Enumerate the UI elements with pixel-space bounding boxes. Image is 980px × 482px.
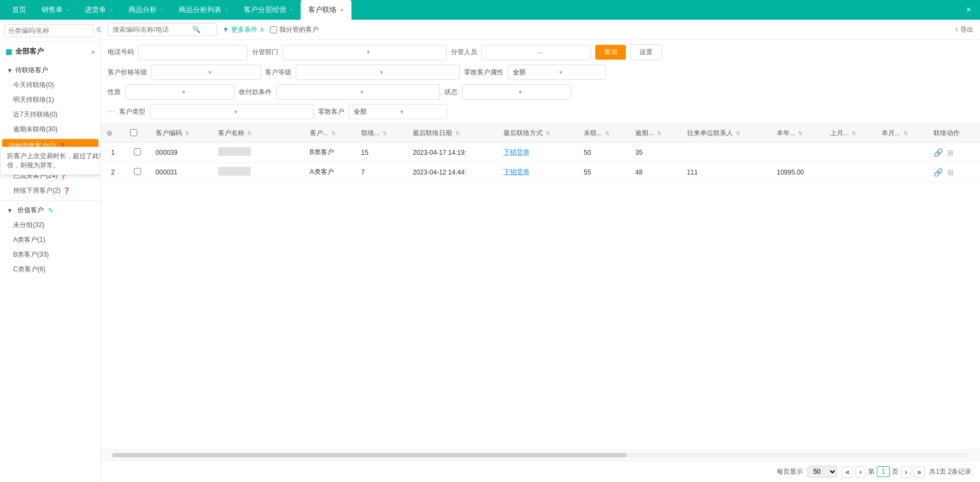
nav-sales-label: 销售单 <box>42 0 63 20</box>
col-last-date[interactable]: 最后联络日期 ⇅ <box>407 124 497 143</box>
pag-prev-button[interactable]: ‹ <box>855 466 865 478</box>
nav-item-sales[interactable]: 销售单 × <box>34 0 77 20</box>
col-last-method[interactable]: 最后联络方式 ⇅ <box>498 124 579 143</box>
sidebar-item-unclassified[interactable]: 未分组(32) <box>0 218 101 233</box>
sidebar-item-declining[interactable]: 持续下滑客户(2) ❓ <box>0 183 101 198</box>
filter-search-input[interactable] <box>113 26 189 33</box>
row4-dots[interactable]: ··· <box>108 107 115 117</box>
select-all-checkbox[interactable] <box>130 129 137 136</box>
nav-purchase-close[interactable]: × <box>109 0 113 20</box>
row1-link-icon[interactable]: 🔗 <box>934 148 943 157</box>
lm-sort-icon: ⇅ <box>852 130 856 136</box>
retail-cust-label: 零散客户 <box>318 107 344 117</box>
nav-item-customer-tier[interactable]: 客户分层经营 × <box>236 0 301 20</box>
filter-my-customers[interactable]: 我分管的客户 <box>270 25 319 34</box>
cust-type-label: 客户类型 <box>119 107 145 117</box>
col-type[interactable]: 客户... ⇅ <box>304 124 356 143</box>
cust-type-select[interactable]: ▼ <box>150 104 314 119</box>
nav-item-home[interactable]: 首页 <box>4 0 34 20</box>
sidebar-search-input[interactable] <box>4 24 94 37</box>
query-button[interactable]: 查询 <box>595 45 626 60</box>
col-settings[interactable]: ⚙ <box>101 124 125 143</box>
row2-type: A类客户 <box>304 162 356 182</box>
payment-select[interactable]: ▼ <box>276 84 440 100</box>
col-code[interactable]: 客户编码 ⇅ <box>150 124 213 143</box>
export-button[interactable]: ↑ 导出 <box>955 25 973 34</box>
dept-select[interactable]: ▼ <box>283 45 447 60</box>
col-last-month[interactable]: 上月... ⇅ <box>825 124 876 143</box>
row2-last-method[interactable]: 下销货单 <box>498 162 579 182</box>
my-customers-checkbox[interactable] <box>270 26 277 33</box>
sidebar-item-c-class[interactable]: C类客户(6) <box>0 262 101 277</box>
sidebar-item-b-class[interactable]: B类客户(33) <box>0 247 101 262</box>
pag-last-button[interactable]: » <box>913 466 925 478</box>
nav-analysis-close[interactable]: × <box>160 0 163 20</box>
sidebar-value-group-title[interactable]: ▼ 价值客户 ✎ <box>0 203 101 218</box>
retail-cust-select[interactable]: 全部 ▼ <box>349 104 447 119</box>
row1-type: B类客户 <box>304 143 356 162</box>
edit-icon[interactable]: ✎ <box>48 207 54 214</box>
pag-next-button[interactable]: › <box>901 466 911 478</box>
col-overdue[interactable]: 逾期... ⇅ <box>630 124 681 143</box>
filter-more-conditions[interactable]: ▼ 更多条件 ∧ <box>222 25 265 34</box>
col-this-year[interactable]: 本年... ⇅ <box>771 124 825 143</box>
row1-overdue: 35 <box>630 143 681 162</box>
col-contact-person[interactable]: 往来单位联系人 ⇅ <box>682 124 771 143</box>
price-grade-select[interactable]: ▼ <box>151 65 261 80</box>
row1-this-month <box>876 143 928 162</box>
cust-grade-select[interactable]: ▼ <box>296 65 460 80</box>
sidebar-item-7days[interactable]: 近7天待联络(0) <box>0 107 101 122</box>
nav-item-analysis[interactable]: 商品分析 × <box>121 0 171 20</box>
sidebar-item-a-class[interactable]: A类客户(1) <box>0 233 101 247</box>
filter-search-box: 🔍 <box>108 23 217 36</box>
row2-checkbox[interactable] <box>134 168 141 175</box>
table-row: 1 000039 B类客户 15 2023-04-17 14:19: 下销货单 … <box>101 143 980 162</box>
nav-item-purchase[interactable]: 进货单 × <box>77 0 120 20</box>
filter-search-icon[interactable]: 🔍 <box>192 26 201 33</box>
row1-grid-icon[interactable]: ⊞ <box>947 148 954 157</box>
nav-close-button[interactable]: × <box>962 5 976 15</box>
nav-analysis-list-close[interactable]: × <box>225 0 228 20</box>
per-page-select[interactable]: 50 20 100 <box>807 466 837 478</box>
row2-grid-icon[interactable]: ⊞ <box>947 168 954 177</box>
main-layout: 🔍 ▦ 全部客户 » ▼ 待联络客户 今天待联络(0) 明天待联络(1) 近7天… <box>0 20 980 482</box>
dept-chev: ▼ <box>366 49 442 55</box>
collapse-icon[interactable]: » <box>91 48 95 56</box>
settings-button[interactable]: 设置 <box>630 44 662 60</box>
col-this-month[interactable]: 本月... ⇅ <box>876 124 928 143</box>
row1-index: 1 <box>101 143 125 162</box>
status-label: 状态 <box>444 88 457 97</box>
sidebar-item-today[interactable]: 今天待联络(0) <box>0 78 101 92</box>
pagination-nav: « ‹ 第 1 页 › » <box>842 466 925 478</box>
row1-checkbox[interactable] <box>134 148 141 155</box>
row1-contact: 15 <box>356 143 407 162</box>
status-select[interactable]: ▼ <box>462 84 571 100</box>
table-row: 2 000031 A类客户 7 2023-04-12 14:44: 下销货单 5… <box>101 162 980 182</box>
sidebar-search-icon[interactable]: 🔍 <box>96 27 101 34</box>
row2-link-icon[interactable]: 🔗 <box>934 168 943 177</box>
nav-customer-tier-close[interactable]: × <box>290 0 293 20</box>
nav-item-customer-contact[interactable]: 客户联络 × <box>301 0 351 20</box>
person-select[interactable]: ··· <box>482 45 591 60</box>
phone-input-field[interactable] <box>138 45 248 60</box>
pag-first-button[interactable]: « <box>842 466 853 478</box>
nature-select[interactable]: ▼ <box>125 84 234 100</box>
question-icon-4: ❓ <box>63 187 71 194</box>
retail-attr-select[interactable]: 全部 ▼ <box>508 65 606 80</box>
person-dots[interactable]: ··· <box>537 49 586 56</box>
nav-sales-close[interactable]: × <box>66 0 69 20</box>
sidebar-all-customers[interactable]: ▦ 全部客户 » <box>0 42 101 61</box>
col-name[interactable]: 客户名称 ⇅ <box>213 124 304 143</box>
nature-label: 性质 <box>108 88 121 97</box>
col-uncontacted[interactable]: 未联... ⇅ <box>578 124 630 143</box>
sidebar-item-overdue[interactable]: 逾期未联络(30) <box>0 122 101 137</box>
nav-customer-contact-close[interactable]: × <box>340 0 343 20</box>
nav-item-analysis-list[interactable]: 商品分析列表 × <box>171 0 236 20</box>
col-contact[interactable]: 联络... ⇅ <box>356 124 407 143</box>
sidebar-group-pending-title[interactable]: ▼ 待联络客户 <box>0 63 101 78</box>
settings-icon[interactable]: ⚙ <box>107 130 113 137</box>
row1-last-method[interactable]: 下销货单 <box>498 143 579 162</box>
row2-code: 000031 <box>150 162 213 182</box>
sidebar-item-tomorrow[interactable]: 明天待联络(1) <box>0 92 101 107</box>
tooltip-box: 距客户上次交易时长，超过了此客户的平均交易周期的1.5倍，则视为异常。 <box>0 147 101 175</box>
